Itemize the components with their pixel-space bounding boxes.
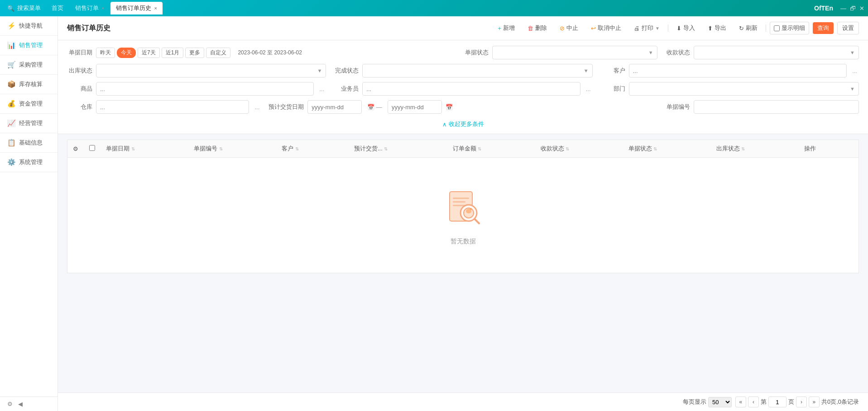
- bill-status-select[interactable]: ▼: [492, 46, 657, 59]
- tab-sales-order-label: 销售订单: [75, 4, 99, 12]
- date-today-btn[interactable]: 今天: [117, 48, 136, 58]
- col-bill-status-sort: ⇅: [653, 146, 657, 151]
- collapse-button[interactable]: ∧ 收起更多条件: [442, 120, 484, 128]
- close-btn[interactable]: ✕: [859, 5, 864, 12]
- product-input[interactable]: [96, 82, 314, 96]
- col-number-sort: ⇅: [219, 146, 223, 151]
- sidebar-item-inventory-label: 库存核算: [19, 80, 43, 88]
- col-action: 操作: [799, 140, 859, 158]
- date-last1m-btn[interactable]: 近1月: [162, 48, 184, 58]
- expected-date-label: 预计交货日期: [269, 103, 304, 111]
- settings-button[interactable]: 设置: [837, 22, 859, 34]
- complete-status-select[interactable]: ▼: [362, 64, 592, 77]
- col-payment-label: 收款状态: [541, 145, 564, 152]
- warehouse-input[interactable]: [96, 100, 249, 114]
- date-custom-btn[interactable]: 自定义: [206, 48, 230, 58]
- cancel-stop-button[interactable]: ↩ 取消中止: [586, 22, 626, 34]
- query-label: 查询: [817, 24, 829, 32]
- import-button[interactable]: ⬇ 导入: [672, 22, 700, 34]
- add-button[interactable]: + 新增: [494, 22, 520, 34]
- display-cols-button[interactable]: 显示明细: [770, 22, 809, 34]
- table-checkbox-col[interactable]: [84, 140, 101, 158]
- sidebar-item-basic-info[interactable]: 📋 基础信息: [0, 133, 58, 153]
- department-label: 部门: [600, 85, 625, 93]
- date-range-separator: 📅 —: [367, 104, 382, 111]
- department-select[interactable]: ▼: [629, 82, 859, 96]
- col-number[interactable]: 单据编号 ⇅: [188, 140, 276, 158]
- sidebar-item-quick-nav[interactable]: ⚡ 快捷导航: [0, 16, 58, 36]
- refresh-button[interactable]: ↻ 刷新: [734, 22, 762, 34]
- date-more-btn[interactable]: 更多: [185, 48, 204, 58]
- col-date[interactable]: 单据日期 ⇅: [101, 140, 188, 158]
- stop-button[interactable]: ⊘ 中止: [555, 22, 583, 34]
- customer-dots[interactable]: ...: [850, 68, 859, 74]
- col-payment[interactable]: 收款状态 ⇅: [535, 140, 623, 158]
- sidebar: ⚡ 快捷导航 📊 销售管理 🛒 采购管理 📦 库存核算 💰 资金管理 📈 经营管…: [0, 16, 58, 411]
- expected-date-from[interactable]: [307, 100, 362, 114]
- date-yesterday-btn[interactable]: 昨天: [96, 48, 115, 58]
- payment-status-select[interactable]: ▼: [694, 46, 859, 59]
- sidebar-item-operations[interactable]: 📈 经营管理: [0, 114, 58, 133]
- toolbar-divider-1: [668, 24, 668, 32]
- delivery-status-select[interactable]: ▼: [96, 64, 326, 77]
- sidebar-bottom: ⚙ ◀: [0, 396, 58, 411]
- filter-bill-status-field: 单据状态 ▼: [463, 46, 657, 59]
- cancel-stop-icon: ↩: [591, 25, 596, 32]
- col-amount-sort: ⇅: [478, 146, 481, 151]
- col-amount[interactable]: 订单金额 ⇅: [447, 140, 535, 158]
- tab-home[interactable]: 首页: [46, 2, 69, 15]
- query-button[interactable]: 查询: [813, 22, 834, 34]
- product-dots[interactable]: ...: [317, 86, 326, 92]
- col-customer[interactable]: 客户 ⇅: [276, 140, 349, 158]
- page-size-select[interactable]: 10 20 50 100: [708, 397, 732, 407]
- sidebar-item-sales-mgmt[interactable]: 📊 销售管理: [0, 36, 58, 55]
- last-page-btn[interactable]: »: [809, 396, 820, 407]
- first-page-icon: «: [739, 399, 743, 405]
- col-bill-status[interactable]: 单据状态 ⇅: [623, 140, 711, 158]
- expected-date-to[interactable]: [388, 100, 442, 114]
- sidebar-item-purchase-mgmt[interactable]: 🛒 采购管理: [0, 55, 58, 75]
- complete-status-label: 完成状态: [333, 67, 359, 75]
- export-button[interactable]: ⬆ 导出: [703, 22, 731, 34]
- col-expected[interactable]: 预计交货... ⇅: [349, 140, 447, 158]
- tab-sales-order-history[interactable]: 销售订单历史 ×: [110, 2, 162, 15]
- restore-btn[interactable]: 🗗: [850, 5, 856, 12]
- empty-text: 暂无数据: [451, 237, 476, 246]
- date-label: 单据日期: [67, 48, 92, 57]
- system-mgmt-icon: ⚙️: [7, 158, 15, 166]
- sidebar-item-finance[interactable]: 💰 资金管理: [0, 94, 58, 114]
- sidebar-collapse-icon[interactable]: ◀: [18, 401, 23, 407]
- sidebar-item-inventory[interactable]: 📦 库存核算: [0, 75, 58, 94]
- page-number-input[interactable]: [768, 396, 786, 407]
- date-to-calendar-icon[interactable]: 📅: [446, 104, 453, 111]
- delete-button[interactable]: 🗑 删除: [523, 22, 551, 34]
- delivery-status-label: 出库状态: [67, 67, 92, 75]
- bill-number-input[interactable]: [694, 100, 859, 114]
- search-bar[interactable]: 🔍 搜索菜单: [4, 2, 44, 14]
- col-delivery[interactable]: 出库状态 ⇅: [711, 140, 799, 158]
- warehouse-dots[interactable]: ...: [253, 104, 261, 111]
- sidebar-settings-icon[interactable]: ⚙: [7, 401, 13, 407]
- stop-icon: ⊘: [560, 25, 565, 32]
- tab-sales-order-history-close[interactable]: ×: [154, 5, 157, 11]
- tab-sales-order-close[interactable]: ×: [101, 5, 104, 11]
- salesperson-input[interactable]: [362, 82, 580, 96]
- first-page-btn[interactable]: «: [735, 396, 746, 407]
- sidebar-item-system-mgmt[interactable]: ⚙️ 系统管理: [0, 153, 58, 172]
- next-page-btn[interactable]: ›: [796, 396, 807, 407]
- prev-page-btn[interactable]: ‹: [748, 396, 759, 407]
- date-last7-btn[interactable]: 近7天: [138, 48, 160, 58]
- tab-sales-order[interactable]: 销售订单 ×: [70, 2, 110, 15]
- print-button[interactable]: 🖨 打印 ▼: [629, 22, 664, 34]
- table-settings-col[interactable]: ⚙: [67, 140, 84, 158]
- salesperson-dots[interactable]: ...: [584, 86, 593, 92]
- minimize-btn[interactable]: —: [840, 5, 846, 12]
- col-action-label: 操作: [804, 145, 816, 152]
- display-cols-checkbox[interactable]: [774, 25, 780, 31]
- warehouse-label: 仓库: [67, 103, 92, 111]
- table-section: ⚙ 单据日期 ⇅ 单据编号 ⇅ 客户: [58, 134, 868, 392]
- select-all-checkbox[interactable]: [89, 145, 95, 151]
- display-cols-label: 显示明细: [782, 24, 805, 32]
- customer-input[interactable]: [629, 64, 847, 77]
- delete-label: 删除: [535, 24, 547, 32]
